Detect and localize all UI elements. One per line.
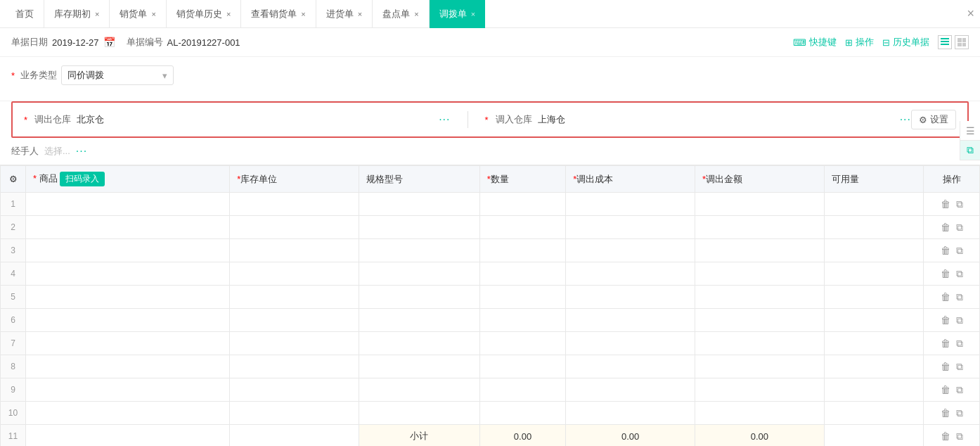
- cell-amount[interactable]: [695, 239, 825, 262]
- tab-sales-order-close[interactable]: ×: [151, 10, 155, 18]
- cell-product[interactable]: [26, 332, 230, 355]
- cell-available[interactable]: [824, 239, 923, 262]
- row-copy-icon[interactable]: ⧉: [956, 314, 963, 326]
- row-delete-icon[interactable]: 🗑: [941, 384, 950, 395]
- row-copy-icon[interactable]: ⧉: [956, 268, 963, 280]
- layout-list-button[interactable]: [938, 35, 952, 49]
- out-warehouse-value[interactable]: 北京仓: [77, 113, 104, 126]
- row-copy-icon[interactable]: ⧉: [956, 338, 963, 350]
- layout-grid-button[interactable]: [955, 35, 969, 49]
- cell-amount[interactable]: [695, 402, 825, 425]
- tab-sales-history-close[interactable]: ×: [226, 10, 231, 18]
- cell-available[interactable]: [824, 262, 923, 286]
- cell-cost[interactable]: [566, 402, 695, 425]
- cell-unit[interactable]: [230, 402, 359, 425]
- in-warehouse-dots-button[interactable]: ···: [900, 113, 911, 126]
- tab-sales-order[interactable]: 销货单 ×: [110, 0, 166, 28]
- cell-qty[interactable]: [479, 378, 566, 402]
- shortcut-button[interactable]: ⌨ 快捷键: [793, 36, 837, 49]
- row-copy-icon[interactable]: ⧉: [956, 198, 963, 210]
- cell-amount[interactable]: [695, 309, 825, 332]
- cell-amount[interactable]: [695, 332, 825, 355]
- scan-input-button[interactable]: 扫码录入: [60, 172, 105, 186]
- date-value[interactable]: 2019-12-27: [52, 37, 99, 48]
- person-select[interactable]: 选择...: [44, 145, 70, 158]
- tab-stocktake[interactable]: 盘点单 ×: [373, 0, 429, 28]
- cell-cost[interactable]: [566, 355, 695, 378]
- row-copy-icon[interactable]: ⧉: [956, 361, 963, 373]
- cell-spec[interactable]: [359, 193, 479, 216]
- cell-product[interactable]: [26, 193, 230, 216]
- row-copy-icon[interactable]: ⧉: [956, 431, 963, 442]
- cell-cost[interactable]: [566, 239, 695, 262]
- tab-transfer-close[interactable]: ×: [471, 10, 475, 18]
- cell-qty[interactable]: [479, 355, 566, 378]
- cell-qty[interactable]: [479, 193, 566, 216]
- cell-unit[interactable]: [230, 332, 359, 355]
- cell-amount[interactable]: [695, 216, 825, 239]
- in-warehouse-value[interactable]: 上海仓: [538, 113, 565, 126]
- tab-purchase-order-close[interactable]: ×: [358, 10, 362, 18]
- window-close-button[interactable]: ×: [967, 6, 974, 21]
- cell-available[interactable]: [824, 216, 923, 239]
- cell-available[interactable]: [824, 286, 923, 309]
- settings-button[interactable]: ⚙ 设置: [911, 110, 956, 129]
- biz-type-select[interactable]: 同价调拨 ▾: [61, 65, 174, 85]
- operate-button[interactable]: ⊞ 操作: [845, 36, 874, 49]
- cell-product[interactable]: [26, 262, 230, 286]
- row-delete-icon[interactable]: 🗑: [941, 245, 950, 256]
- cell-product[interactable]: [26, 286, 230, 309]
- cell-available[interactable]: [824, 309, 923, 332]
- cell-product[interactable]: [26, 239, 230, 262]
- row-delete-icon[interactable]: 🗑: [941, 291, 950, 302]
- cell-spec[interactable]: [359, 402, 479, 425]
- cell-qty[interactable]: [479, 262, 566, 286]
- cell-amount[interactable]: [695, 286, 825, 309]
- cell-unit[interactable]: [230, 216, 359, 239]
- row-delete-icon[interactable]: 🗑: [941, 407, 950, 419]
- cell-unit[interactable]: [230, 309, 359, 332]
- row-delete-icon[interactable]: 🗑: [941, 268, 950, 279]
- row-delete-icon[interactable]: 🗑: [941, 314, 950, 326]
- cell-unit[interactable]: [230, 286, 359, 309]
- cell-amount[interactable]: [695, 355, 825, 378]
- cell-amount[interactable]: [695, 262, 825, 286]
- row-delete-icon[interactable]: 🗑: [941, 361, 950, 372]
- tab-stock-init-close[interactable]: ×: [95, 10, 99, 18]
- cell-qty[interactable]: [479, 239, 566, 262]
- cell-amount[interactable]: [695, 193, 825, 216]
- cell-unit[interactable]: [230, 239, 359, 262]
- cell-available[interactable]: [824, 402, 923, 425]
- row-copy-icon[interactable]: ⧉: [956, 245, 963, 257]
- cell-unit[interactable]: [230, 378, 359, 402]
- cell-cost[interactable]: [566, 216, 695, 239]
- cell-product[interactable]: [26, 378, 230, 402]
- cell-available[interactable]: [824, 332, 923, 355]
- cell-qty[interactable]: [479, 216, 566, 239]
- cell-spec[interactable]: [359, 239, 479, 262]
- cell-spec[interactable]: [359, 332, 479, 355]
- cell-spec[interactable]: [359, 216, 479, 239]
- cell-available[interactable]: [824, 193, 923, 216]
- row-copy-icon[interactable]: ⧉: [956, 291, 963, 303]
- calendar-icon[interactable]: 📅: [103, 37, 115, 48]
- row-delete-icon[interactable]: 🗑: [941, 338, 950, 349]
- cell-cost[interactable]: [566, 309, 695, 332]
- tab-purchase-order[interactable]: 进货单 ×: [316, 0, 373, 28]
- cell-cost[interactable]: [566, 286, 695, 309]
- row-delete-icon[interactable]: 🗑: [941, 198, 950, 210]
- cell-cost[interactable]: [566, 262, 695, 286]
- cell-spec[interactable]: [359, 355, 479, 378]
- cell-spec[interactable]: [359, 262, 479, 286]
- tab-stocktake-close[interactable]: ×: [414, 10, 418, 18]
- history-button[interactable]: ⊟ 历史单据: [882, 36, 929, 49]
- cell-product[interactable]: [26, 355, 230, 378]
- cell-product[interactable]: [26, 216, 230, 239]
- row-delete-icon[interactable]: 🗑: [941, 222, 950, 233]
- th-gear[interactable]: ⚙: [1, 166, 26, 193]
- cell-unit[interactable]: [230, 262, 359, 286]
- tab-sales-history[interactable]: 销货单历史 ×: [167, 0, 241, 28]
- cell-qty[interactable]: [479, 402, 566, 425]
- out-warehouse-dots-button[interactable]: ···: [439, 113, 450, 126]
- cell-cost[interactable]: [566, 332, 695, 355]
